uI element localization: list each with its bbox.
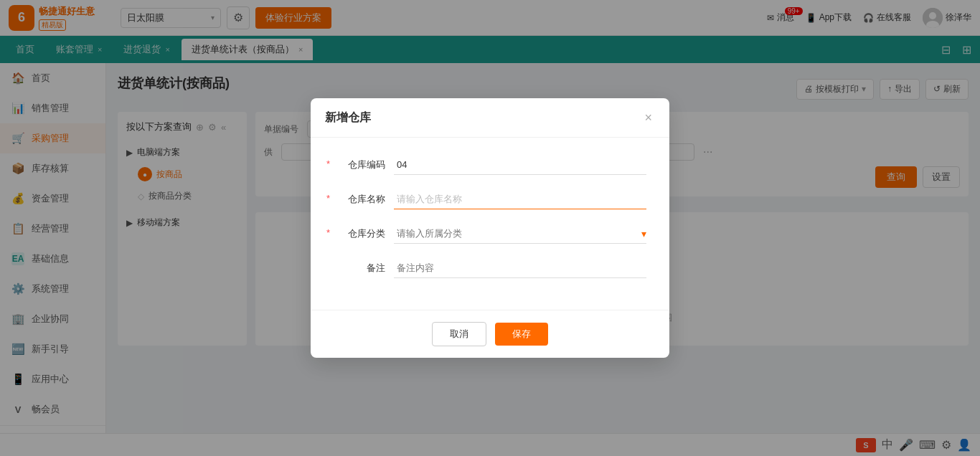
add-warehouse-modal: 新增仓库 × 仓库编码 仓库名称 仓库分类 ▾ <box>311 98 669 358</box>
remark-input[interactable] <box>394 258 646 278</box>
name-input[interactable] <box>394 189 646 209</box>
code-input[interactable] <box>394 155 646 175</box>
form-row-name: 仓库名称 <box>334 189 646 209</box>
modal-close-btn[interactable]: × <box>641 110 655 125</box>
cancel-button[interactable]: 取消 <box>432 322 486 346</box>
modal-header: 新增仓库 × <box>311 98 669 138</box>
category-chevron-icon[interactable]: ▾ <box>641 228 646 239</box>
modal-footer: 取消 保存 <box>311 310 669 358</box>
category-label: 仓库分类 <box>334 227 385 240</box>
category-select-row: ▾ <box>394 224 646 244</box>
modal-body: 仓库编码 仓库名称 仓库分类 ▾ 备注 <box>311 138 669 310</box>
modal-title: 新增仓库 <box>325 110 371 125</box>
form-row-remark: 备注 <box>334 258 646 278</box>
code-label: 仓库编码 <box>334 158 385 171</box>
form-row-category: 仓库分类 ▾ <box>334 224 646 244</box>
modal-overlay: 新增仓库 × 仓库编码 仓库名称 仓库分类 ▾ <box>0 0 980 456</box>
save-button[interactable]: 保存 <box>495 323 548 346</box>
remark-label: 备注 <box>334 262 385 275</box>
category-input[interactable] <box>394 224 641 243</box>
name-label: 仓库名称 <box>334 193 385 206</box>
form-row-code: 仓库编码 <box>334 155 646 175</box>
